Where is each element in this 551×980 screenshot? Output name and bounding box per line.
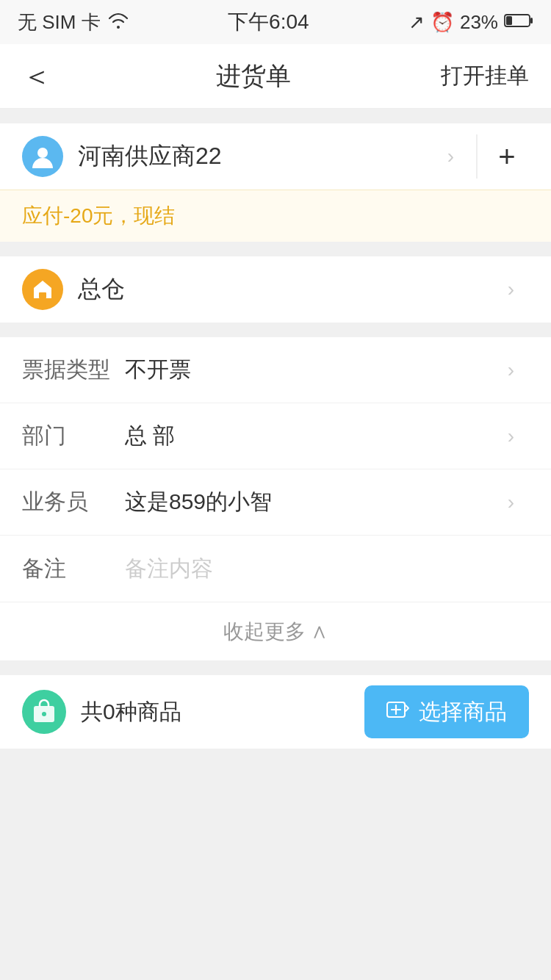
- status-time: 下午6:04: [228, 8, 309, 36]
- supplier-divider: [476, 134, 478, 179]
- supplier-section: 河南供应商22 › +: [0, 123, 551, 190]
- status-bar: 无 SIM 卡 下午6:04 ↗ ⏰ 23%: [0, 0, 551, 44]
- alarm-icon: ⏰: [431, 11, 454, 34]
- open-pending-button[interactable]: 打开挂单: [441, 61, 529, 91]
- supplier-row[interactable]: 河南供应商22 › +: [22, 123, 529, 190]
- product-icon-wrap: [22, 690, 66, 734]
- invoice-type-row[interactable]: 票据类型 不开票 ›: [0, 337, 551, 403]
- collapse-label: 收起更多 ∧: [223, 618, 328, 646]
- invoice-type-arrow-icon: ›: [508, 359, 514, 382]
- invoice-type-label: 票据类型: [22, 355, 125, 385]
- salesperson-label: 业务员: [22, 487, 125, 517]
- salesperson-row[interactable]: 业务员 这是859的小智 ›: [0, 469, 551, 536]
- battery-label: 23%: [460, 11, 498, 34]
- warehouse-arrow-icon: ›: [508, 278, 514, 301]
- supplier-name: 河南供应商22: [78, 140, 447, 173]
- salesperson-value: 这是859的小智: [125, 487, 508, 517]
- nav-bar: ＜ 进货单 打开挂单: [0, 44, 551, 109]
- warehouse-name: 总仓: [78, 273, 508, 306]
- department-arrow-icon: ›: [508, 425, 514, 448]
- select-product-button[interactable]: 选择商品: [364, 685, 529, 738]
- warehouse-row[interactable]: 总仓 ›: [22, 256, 529, 323]
- svg-rect-2: [506, 16, 512, 25]
- add-supplier-button[interactable]: +: [485, 140, 529, 173]
- svg-point-3: [37, 148, 48, 158]
- department-value: 总 部: [125, 421, 508, 451]
- page-title: 进货单: [216, 60, 291, 93]
- product-count-label: 共0种商品: [81, 697, 364, 727]
- invoice-type-value: 不开票: [125, 355, 508, 385]
- warehouse-icon-wrap: [22, 269, 63, 310]
- location-icon: ↗: [408, 11, 425, 34]
- svg-rect-1: [530, 18, 533, 24]
- carrier-label: 无 SIM 卡: [18, 10, 101, 35]
- notice-bar: 应付-20元，现结: [0, 190, 551, 242]
- back-button[interactable]: ＜: [22, 56, 66, 96]
- remark-input[interactable]: 备注内容: [125, 554, 529, 584]
- section-gap-1: [0, 109, 551, 123]
- select-product-icon: [386, 699, 410, 725]
- department-label: 部门: [22, 421, 125, 451]
- form-section: 票据类型 不开票 › 部门 总 部 › 业务员 这是859的小智 › 备注 备注…: [0, 337, 551, 602]
- bottom-bar: 共0种商品 选择商品: [0, 675, 551, 749]
- select-product-label: 选择商品: [419, 697, 507, 727]
- battery-icon: [504, 11, 533, 34]
- status-right: ↗ ⏰ 23%: [408, 11, 533, 34]
- status-left: 无 SIM 卡: [18, 10, 129, 35]
- wifi-icon: [108, 11, 129, 34]
- supplier-arrow-icon: ›: [447, 145, 454, 168]
- supplier-avatar: [22, 136, 63, 177]
- svg-rect-4: [39, 292, 46, 298]
- department-row[interactable]: 部门 总 部 ›: [0, 403, 551, 469]
- remark-row[interactable]: 备注 备注内容: [0, 536, 551, 602]
- collapse-row[interactable]: 收起更多 ∧: [0, 602, 551, 660]
- remark-label: 备注: [22, 554, 125, 584]
- warehouse-section: 总仓 ›: [0, 256, 551, 323]
- svg-point-6: [42, 712, 46, 716]
- notice-text: 应付-20元，现结: [22, 204, 175, 227]
- salesperson-arrow-icon: ›: [508, 491, 514, 514]
